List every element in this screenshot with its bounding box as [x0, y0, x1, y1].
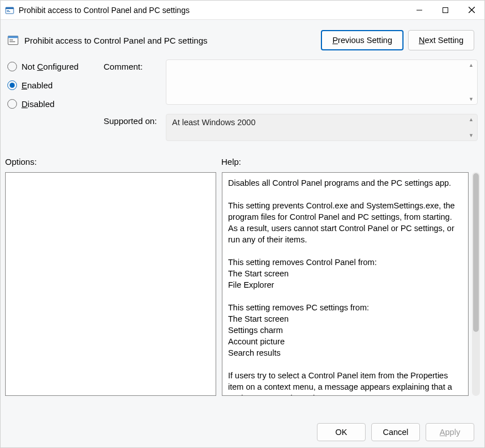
- svg-rect-5: [443, 7, 448, 12]
- supported-on-value: At least Windows 2000: [172, 118, 256, 127]
- svg-rect-3: [7, 11, 10, 12]
- comment-input[interactable]: ▲ ▼: [166, 59, 478, 105]
- next-setting-button[interactable]: Next Setting: [408, 30, 474, 50]
- previous-setting-button[interactable]: Previous Setting: [321, 30, 404, 50]
- maximize-button[interactable]: [432, 1, 458, 20]
- page-title: Prohibit access to Control Panel and PC …: [24, 36, 208, 45]
- close-button[interactable]: [458, 1, 484, 20]
- spin-down-icon[interactable]: ▼: [469, 133, 474, 138]
- cancel-button[interactable]: Cancel: [371, 423, 420, 441]
- supported-label: Supported on:: [104, 114, 166, 141]
- spin-up-icon[interactable]: ▲: [469, 117, 474, 122]
- radio-icon: [7, 62, 17, 71]
- header-row: Prohibit access to Control Panel and PC …: [1, 20, 484, 56]
- minimize-button[interactable]: [406, 1, 432, 20]
- supported-on-box: At least Windows 2000 ▲ ▼: [166, 114, 478, 141]
- radio-icon: [7, 80, 17, 90]
- scrollbar-thumb[interactable]: [473, 173, 479, 332]
- ok-button[interactable]: OK: [317, 423, 366, 441]
- svg-rect-2: [7, 10, 9, 11]
- footer: OK Cancel Apply: [1, 417, 484, 447]
- policy-icon: [7, 35, 19, 46]
- spin-up-icon[interactable]: ▲: [469, 62, 474, 68]
- radio-enabled[interactable]: Enabled: [7, 80, 104, 90]
- scrollbar[interactable]: [472, 172, 480, 396]
- radio-not-configured[interactable]: Not Configured: [7, 62, 104, 71]
- close-icon: [469, 7, 475, 13]
- config-area: Not Configured Enabled Disabled Comment:…: [1, 56, 484, 144]
- apply-button[interactable]: Apply: [426, 423, 474, 441]
- help-panel[interactable]: Disables all Control Panel programs and …: [222, 172, 469, 396]
- options-label: Options:: [5, 157, 221, 167]
- maximize-icon: [443, 7, 448, 13]
- radio-icon: [7, 99, 17, 109]
- section-labels: Options: Help:: [1, 144, 484, 169]
- meta-column: Comment: ▲ ▼ Supported on: At least Wind…: [104, 59, 478, 144]
- state-radio-group: Not Configured Enabled Disabled: [7, 59, 104, 144]
- titlebar: Prohibit access to Control Panel and PC …: [1, 1, 484, 20]
- window-title: Prohibit access to Control Panel and PC …: [19, 6, 190, 15]
- svg-rect-11: [10, 41, 15, 42]
- dialog-window: Prohibit access to Control Panel and PC …: [0, 0, 485, 448]
- spin-down-icon[interactable]: ▼: [469, 96, 474, 102]
- comment-label: Comment:: [104, 59, 166, 105]
- svg-rect-1: [6, 7, 14, 9]
- radio-disabled[interactable]: Disabled: [7, 99, 104, 109]
- help-container: Disables all Control Panel programs and …: [222, 172, 480, 396]
- minimize-icon: [417, 7, 422, 13]
- app-icon: [5, 6, 14, 15]
- help-label: Help:: [221, 157, 241, 167]
- panels: Disables all Control Panel programs and …: [1, 169, 484, 417]
- options-panel: [5, 172, 216, 396]
- svg-rect-9: [8, 36, 18, 39]
- svg-rect-10: [10, 40, 13, 41]
